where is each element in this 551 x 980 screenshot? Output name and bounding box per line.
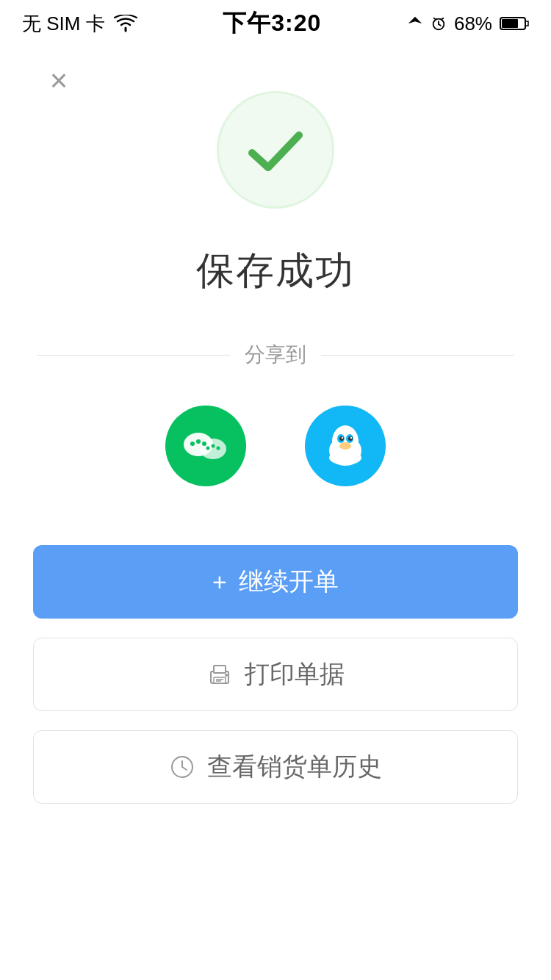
battery-text: 68% (454, 12, 492, 35)
svg-point-12 (206, 447, 210, 450)
close-icon: × (50, 65, 68, 96)
plus-icon: + (212, 568, 227, 597)
history-button[interactable]: 查看销货单历史 (33, 730, 518, 804)
svg-line-4 (442, 18, 444, 20)
share-label: 分享到 (245, 341, 306, 369)
svg-rect-6 (502, 19, 518, 28)
svg-point-18 (350, 442, 361, 459)
svg-point-14 (217, 447, 220, 450)
svg-point-30 (225, 674, 228, 677)
print-label: 打印单据 (245, 657, 345, 691)
main-content: 保存成功 分享到 (0, 47, 551, 804)
share-divider: 分享到 (37, 341, 514, 369)
battery-icon (500, 15, 529, 32)
svg-point-17 (329, 442, 341, 459)
status-bar: 无 SIM 卡 下午3:20 68% (0, 0, 551, 47)
svg-point-9 (190, 442, 195, 446)
svg-rect-29 (214, 677, 226, 683)
continue-label: 继续开单 (239, 565, 339, 599)
wechat-icon (181, 424, 231, 468)
svg-line-35 (182, 767, 187, 770)
svg-point-21 (339, 436, 344, 441)
svg-rect-28 (214, 666, 226, 673)
divider-line-right (321, 355, 514, 356)
svg-line-2 (439, 24, 441, 26)
close-button[interactable]: × (37, 59, 81, 103)
svg-point-26 (335, 457, 356, 466)
clock-icon (169, 754, 195, 780)
qq-share-button[interactable] (305, 406, 386, 486)
divider-line-left (37, 355, 230, 356)
status-right: 68% (407, 12, 529, 35)
location-icon (407, 15, 423, 32)
qq-icon (322, 419, 369, 472)
wifi-icon (114, 15, 137, 32)
status-left: 无 SIM 卡 (22, 11, 137, 37)
no-sim-text: 无 SIM 卡 (22, 11, 105, 37)
history-label: 查看销货单历史 (207, 750, 382, 784)
share-icons-row (165, 406, 386, 486)
svg-point-22 (348, 436, 353, 441)
svg-point-23 (342, 437, 343, 439)
status-time: 下午3:20 (223, 7, 321, 40)
alarm-icon (431, 15, 447, 32)
svg-point-24 (350, 437, 352, 439)
svg-point-10 (196, 439, 201, 444)
action-buttons: + 继续开单 打印单据 查看销货单历史 (33, 545, 518, 804)
success-title: 保存成功 (196, 245, 355, 297)
svg-point-13 (212, 444, 215, 448)
svg-point-25 (339, 442, 351, 450)
wechat-share-button[interactable] (165, 406, 246, 486)
success-icon-circle (217, 91, 334, 209)
print-button[interactable]: 打印单据 (33, 638, 518, 711)
svg-line-3 (434, 18, 436, 20)
printer-icon (206, 661, 233, 688)
svg-point-11 (202, 442, 206, 446)
continue-button[interactable]: + 继续开单 (33, 545, 518, 619)
checkmark-icon (246, 126, 305, 173)
